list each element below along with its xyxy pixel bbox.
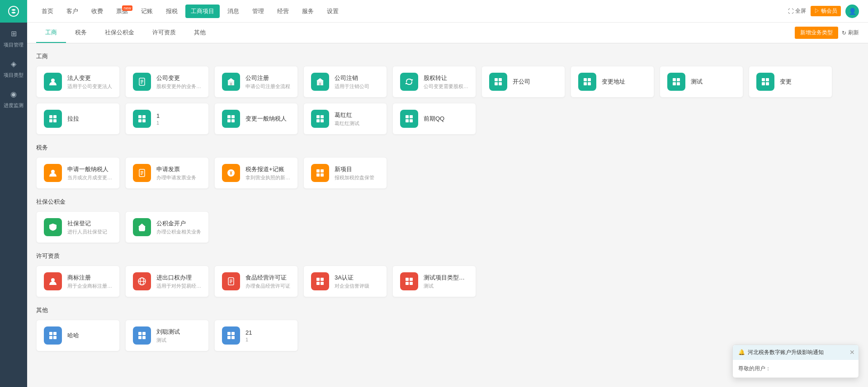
- svg-rect-34: [142, 119, 146, 122]
- svg-rect-30: [53, 119, 57, 122]
- svg-rect-17: [584, 82, 587, 85]
- card-变更地址[interactable]: 变更地址: [571, 66, 654, 98]
- card-刘聪测试[interactable]: 刘聪测试 测试: [125, 320, 209, 351]
- add-type-button[interactable]: 新增业务类型: [795, 27, 838, 39]
- nav-operations[interactable]: 经营: [272, 5, 294, 18]
- card-进出口权办理[interactable]: 进出口权办理 适用于对外贸易经营者: [125, 266, 209, 297]
- card-法人变更[interactable]: 法人变更 适用于公司变更法人: [36, 66, 120, 98]
- card-text: 公司注销 适用于注销公司: [335, 74, 379, 90]
- nav-messages[interactable]: 消息: [222, 5, 245, 18]
- refresh-button[interactable]: ↻ 刷新: [842, 29, 859, 37]
- navbar: 首页 客户 收费 票据 new 记账 报税 工商项目 消息 管理 经营 服务 设…: [27, 0, 868, 23]
- card-公司注册[interactable]: 公司注册 申请公司注册全流程: [214, 66, 298, 98]
- svg-rect-44: [410, 115, 413, 118]
- avatar[interactable]: 👤: [845, 5, 859, 18]
- svg-rect-81: [138, 332, 142, 335]
- card-name: 公司注销: [335, 74, 379, 82]
- svg-rect-7: [230, 83, 232, 85]
- card-desc: 拿到营业执照的新公司: [245, 174, 290, 181]
- card-食品经营许可证[interactable]: 食品经营许可证 办理食品经营许可证: [214, 266, 298, 297]
- nav-settings[interactable]: 设置: [321, 5, 344, 18]
- card-税务报道+记账[interactable]: ¥ 税务报道+记账 拿到营业执照的新公司: [214, 157, 298, 189]
- svg-point-0: [51, 79, 55, 82]
- card-name: 税务报道+记账: [245, 165, 290, 173]
- nav-home[interactable]: 首页: [36, 5, 59, 18]
- card-text: 公司注册 申请公司注册全流程: [245, 74, 290, 90]
- card-text: 商标注册 用于企业商标注册服务: [67, 274, 112, 289]
- svg-rect-22: [677, 82, 680, 85]
- card-变更[interactable]: 变更: [749, 66, 832, 98]
- svg-rect-39: [316, 115, 320, 118]
- card-icon: [222, 272, 240, 290]
- nav-services[interactable]: 服务: [297, 5, 319, 18]
- card-icon: [133, 73, 151, 91]
- progress-icon: ◉: [7, 88, 20, 100]
- card-葛红红[interactable]: 葛红红 葛红红测试: [303, 103, 387, 135]
- svg-rect-86: [231, 332, 235, 335]
- tab-other[interactable]: 其他: [185, 23, 215, 43]
- section-title-shebao: 社保公积金: [36, 198, 859, 206]
- card-icon: ¥: [222, 164, 240, 182]
- vip-button[interactable]: ▷ 畅会员: [811, 6, 841, 16]
- nav-customer[interactable]: 客户: [61, 5, 84, 18]
- sidebar-item-progress[interactable]: ◉ 进度监测: [0, 83, 27, 113]
- sidebar-item-project-type[interactable]: ◈ 项目类型: [0, 53, 27, 83]
- card-name: 进出口权办理: [156, 274, 201, 282]
- card-前期QQ[interactable]: 前期QQ: [392, 103, 476, 135]
- card-name: 21: [245, 329, 290, 336]
- tab-xuke[interactable]: 许可资质: [143, 23, 185, 43]
- nav-management[interactable]: 管理: [247, 5, 269, 18]
- card-1[interactable]: 1 1: [125, 103, 209, 135]
- sidebar-item-project-mgmt[interactable]: ⊞ 项目管理: [0, 23, 27, 53]
- svg-rect-33: [138, 119, 142, 122]
- nav-accounting[interactable]: 记账: [136, 5, 158, 18]
- fullscreen-btn[interactable]: ⛶ 全屏: [788, 7, 806, 15]
- svg-rect-87: [227, 336, 231, 339]
- nav-tickets[interactable]: 票据 new: [111, 5, 133, 18]
- svg-rect-80: [53, 336, 57, 339]
- card-name: 拉拉: [67, 115, 112, 123]
- nav-industrial[interactable]: 工商项目: [185, 5, 220, 18]
- card-哈哈[interactable]: 哈哈: [36, 320, 120, 351]
- card-text: 变更一般纳税人: [245, 115, 290, 123]
- card-申请发票[interactable]: 申请发票 办理申请发票业务: [125, 157, 209, 189]
- play-icon: ▷: [814, 8, 820, 14]
- card-3A认证[interactable]: 3A认证 对企业信誉评级: [303, 266, 387, 297]
- nav-tax[interactable]: 报税: [160, 5, 183, 18]
- notification-close-button[interactable]: ✕: [849, 349, 855, 356]
- card-申请一般纳税人[interactable]: 申请一般纳税人 当月或次月成变更完成: [36, 157, 120, 189]
- card-开公司[interactable]: 开公司: [481, 66, 565, 98]
- page-body: 工商 法人变更 适用于公司变更法人 公司变更 股权变更外的业务变更: [27, 43, 868, 387]
- card-name: 开公司: [513, 78, 557, 86]
- card-拉拉[interactable]: 拉拉: [36, 103, 120, 135]
- svg-rect-82: [142, 332, 146, 335]
- card-公司变更[interactable]: 公司变更 股权变更外的业务变更: [125, 66, 209, 98]
- card-desc: 办理公积金相关业务: [156, 228, 201, 235]
- card-变更一般纳税人[interactable]: 变更一般纳税人: [214, 103, 298, 135]
- card-公司注销[interactable]: 公司注销 适用于注销公司: [303, 66, 387, 98]
- card-icon: [133, 218, 151, 236]
- tab-shuiwu[interactable]: 税务: [66, 23, 96, 43]
- main-area: 首页 客户 收费 票据 new 记账 报税 工商项目 消息 管理 经营 服务 设…: [27, 0, 868, 387]
- card-公积金开户[interactable]: 公积金开户 办理公积金相关业务: [125, 211, 209, 243]
- card-商标注册[interactable]: 商标注册 用于企业商标注册服务: [36, 266, 120, 297]
- svg-rect-83: [138, 336, 142, 339]
- card-text: 公司变更 股权变更外的业务变更: [156, 74, 201, 90]
- tab-gongshang[interactable]: 工商: [36, 23, 66, 43]
- card-测试[interactable]: 测试: [660, 66, 743, 98]
- nav-billing[interactable]: 收费: [86, 5, 108, 18]
- card-icon: [222, 326, 240, 345]
- svg-rect-35: [227, 115, 231, 118]
- card-name: 变更地址: [602, 78, 646, 86]
- card-新项目[interactable]: 新项目 报税加税控盘保管: [303, 157, 387, 189]
- svg-rect-20: [677, 78, 680, 81]
- card-股权转让[interactable]: 股权转让 公司变更需要股权转让: [392, 66, 476, 98]
- card-name: 申请一般纳税人: [67, 165, 112, 173]
- card-测试项目类型目定义[interactable]: 测试项目类型目定义 测试: [392, 266, 476, 297]
- content: 工商 税务 社保公积金 许可资质 其他 新增业务类型 ↻ 刷新 工商: [27, 23, 868, 387]
- card-社保登记[interactable]: 社保登记 进行人员社保登记: [36, 211, 120, 243]
- card-21[interactable]: 21 1: [214, 320, 298, 351]
- card-desc: 办理申请发票业务: [156, 174, 201, 181]
- tab-shebao[interactable]: 社保公积金: [96, 23, 143, 43]
- svg-rect-77: [49, 332, 52, 335]
